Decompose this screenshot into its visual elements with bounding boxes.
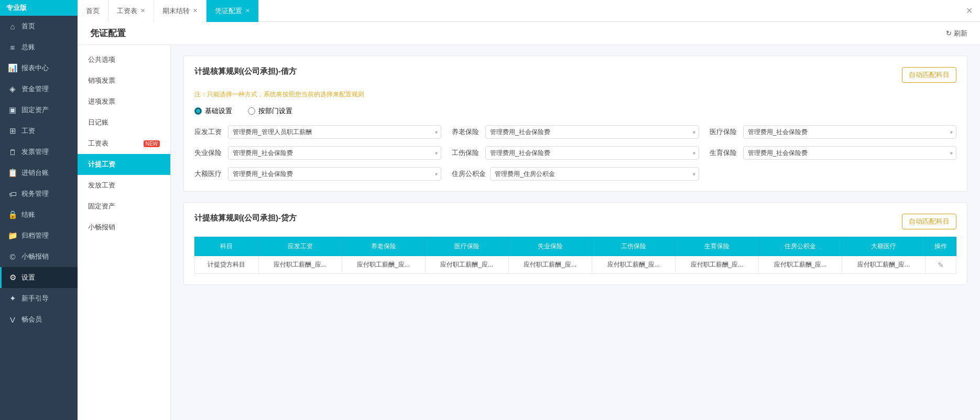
sidenav-provision-salary[interactable]: 计提工资 (78, 154, 170, 175)
close-icon[interactable]: ✕ (245, 7, 250, 14)
sidebar-item-settings[interactable]: ⚙ 设置 (0, 267, 78, 288)
sidebar-item-xiaochang[interactable]: © 小畅报销 (0, 246, 78, 267)
sidenav-fixed-label: 固定资产 (88, 202, 115, 211)
sidenav-public[interactable]: 公共选项 (78, 49, 170, 70)
td-maternity: 应付职工薪酬_应... (675, 256, 758, 274)
sidebar-item-trade[interactable]: 📋 进销台账 (0, 162, 78, 183)
refresh-button[interactable]: ↻ 刷新 (946, 29, 967, 38)
sidenav-pay-salary[interactable]: 发放工资 (78, 175, 170, 196)
sidebar-item-guide[interactable]: ✦ 新手引导 (0, 288, 78, 309)
sidenav-debit-invoice[interactable]: 进项发票 (78, 91, 170, 112)
select-injury[interactable]: 管理费用_社会保险费 (485, 146, 699, 160)
radio-dept-label: 按部门设置 (258, 106, 292, 116)
table-row: 计提贷方科目 应付职工薪酬_应... 应付职工薪酬_应... 应付职工薪酬_应.… (195, 256, 956, 274)
th-housing-fund: 住房公积金 (758, 237, 842, 256)
td-subject: 计提贷方科目 (195, 256, 259, 274)
td-medical: 应付职工薪酬_应... (425, 256, 508, 274)
sidebar-item-salary[interactable]: ⊞ 工资 (0, 120, 78, 141)
new-badge: NEW (144, 140, 160, 147)
sidenav-provision-label: 计提工资 (88, 160, 115, 169)
sidebar-item-finance[interactable]: ◈ 资金管理 (0, 79, 78, 100)
sidenav-journal[interactable]: 日记账 (78, 112, 170, 133)
debit-section-header: 计提核算规则(公司承担)-借方 自动匹配科目 (194, 67, 956, 83)
select-big-medical[interactable]: 管理费用_社会保险费 (228, 167, 441, 181)
sidebar: 专业版 ⌂ 首页 ≡ 总账 📊 报表中心 ◈ 资金管理 ▣ 固定资产 ⊞ 工资 … (0, 0, 78, 420)
page-title: 凭证配置 (90, 27, 126, 39)
select-unemployment[interactable]: 管理费用_社会保险费 (228, 146, 441, 160)
tab-salary-table[interactable]: 工资表 ✕ (108, 0, 154, 22)
radio-basic-label: 基础设置 (205, 106, 232, 116)
salary-icon: ⊞ (8, 126, 17, 136)
form-item-maternity: 生育保险 管理费用_社会保险费 ▾ (710, 146, 956, 160)
sidebar-item-assets[interactable]: ▣ 固定资产 (0, 100, 78, 120)
ledger-icon: ≡ (8, 43, 17, 52)
sidenav-credit-invoice[interactable]: 销项发票 (78, 70, 170, 91)
label-medical: 医疗保险 (710, 127, 739, 137)
xiaochang-icon: © (8, 252, 17, 261)
form-item-injury: 工伤保险 管理费用_社会保险费 ▾ (452, 146, 699, 160)
tab-voucher-config[interactable]: 凭证配置 ✕ (206, 0, 259, 22)
sidebar-item-home[interactable]: ⌂ 首页 (0, 16, 78, 37)
tab-period-close[interactable]: 期末结转 ✕ (154, 0, 206, 22)
label-maternity: 生育保险 (710, 148, 739, 158)
sidenav-fixed-assets[interactable]: 固定资产 (78, 196, 170, 217)
sidebar-item-label: 发票管理 (21, 147, 49, 157)
close-icon[interactable]: ✕ (193, 7, 198, 14)
guide-icon: ✦ (8, 294, 17, 303)
sidebar-item-label: 新手引导 (21, 294, 49, 303)
debit-section: 计提核算规则(公司承担)-借方 自动匹配科目 注：只能选择一种方式，系统将按照您… (183, 56, 967, 192)
sidebar-item-tax[interactable]: 🏷 税务管理 (0, 183, 78, 204)
th-action: 操作 (925, 237, 956, 256)
close-icon[interactable]: ✕ (140, 7, 145, 14)
label-big-medical: 大额医疗 (194, 169, 224, 179)
select-wrapper-pension: 管理费用_社会保险费 ▾ (485, 125, 699, 139)
select-housing-fund[interactable]: 管理费用_住房公积金 (490, 167, 699, 181)
sidebar-item-invoice[interactable]: 🗒 发票管理 (0, 141, 78, 162)
report-icon: 📊 (8, 63, 17, 73)
radio-basic-input[interactable] (194, 107, 202, 115)
select-medical[interactable]: 管理费用_社会保险费 (743, 125, 956, 139)
content-header: 凭证配置 ↻ 刷新 (78, 22, 980, 45)
sidebar-item-label: 总账 (21, 42, 35, 52)
sidenav-salary-table[interactable]: 工资表 NEW (78, 133, 170, 154)
debit-form-grid: 应发工资 管理费用_管理人员职工薪酬 ▾ 养老保险 管理费用_社会保险费 (194, 125, 956, 181)
select-maternity[interactable]: 管理费用_社会保险费 (743, 146, 956, 160)
side-nav: 公共选项 销项发票 进项发票 日记账 工资表 NEW 计提工资 发放工资 固 (78, 45, 171, 420)
sidebar-item-report[interactable]: 📊 报表中心 (0, 58, 78, 79)
sidenav-petty-expense[interactable]: 小畅报销 (78, 217, 170, 238)
refresh-label: 刷新 (954, 29, 967, 38)
sidebar-item-closing[interactable]: 🔒 结账 (0, 204, 78, 225)
select-pension[interactable]: 管理费用_社会保险费 (485, 125, 699, 139)
debit-section-note: 注：只能选择一种方式，系统将按照您当前的选择来配置规则 (194, 90, 956, 99)
edit-icon[interactable]: ✎ (938, 261, 944, 269)
window-close-button[interactable]: ✕ (959, 0, 980, 21)
sidebar-item-label: 设置 (21, 273, 35, 282)
sidenav-public-label: 公共选项 (88, 55, 115, 64)
sidenav-credit-label: 销项发票 (88, 76, 115, 85)
tab-home[interactable]: 首页 (78, 0, 108, 22)
sidenav-salary-table-label: 工资表 (88, 139, 108, 148)
assets-icon: ▣ (8, 105, 17, 115)
credit-auto-match-button[interactable]: 自动匹配科目 (902, 214, 956, 229)
sidebar-item-label: 首页 (21, 21, 35, 31)
sidenav-journal-label: 日记账 (88, 118, 108, 127)
finance-icon: ◈ (8, 84, 17, 94)
sidebar-item-archive[interactable]: 📁 归档管理 (0, 225, 78, 246)
radio-group: 基础设置 按部门设置 (194, 106, 956, 116)
closing-icon: 🔒 (8, 210, 17, 219)
trade-icon: 📋 (8, 168, 17, 178)
select-payable-salary[interactable]: 管理费用_管理人员职工薪酬 (228, 125, 441, 139)
th-injury: 工伤保险 (592, 237, 675, 256)
tab-home-label: 首页 (86, 6, 100, 16)
sidebar-item-member[interactable]: V 畅会员 (0, 309, 78, 330)
sidebar-item-ledger[interactable]: ≡ 总账 (0, 37, 78, 58)
radio-dept[interactable]: 按部门设置 (248, 106, 292, 116)
select-wrapper-maternity: 管理费用_社会保险费 ▾ (743, 146, 956, 160)
radio-dept-input[interactable] (248, 107, 255, 115)
debit-auto-match-button[interactable]: 自动匹配科目 (902, 67, 956, 83)
radio-basic[interactable]: 基础设置 (194, 106, 232, 116)
td-pension: 应付职工薪酬_应... (342, 256, 425, 274)
credit-section-title: 计提核算规则(公司承担)-贷方 (194, 213, 297, 223)
td-action: ✎ (925, 256, 956, 274)
th-subject: 科目 (195, 237, 259, 256)
